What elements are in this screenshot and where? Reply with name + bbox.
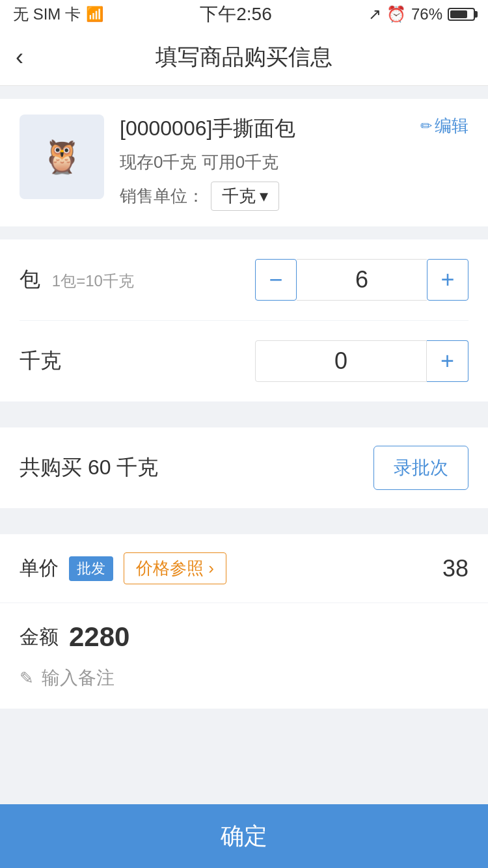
summary-section: 共购买 60 千克 录批次 [0,427,488,508]
chevron-down-icon: ▾ [260,186,268,206]
page-title: 填写商品购买信息 [156,42,332,72]
nav-bar: ‹ 填写商品购买信息 [0,29,488,86]
unit-label: 销售单位： [120,185,204,208]
amount-label: 金额 [20,624,59,651]
alarm-icon: ⏰ [386,5,406,23]
unit-value: 千克 [222,185,256,208]
location-icon: ↗ [368,5,381,23]
summary-qty: 60 [88,455,111,479]
product-image: 🦉 [20,115,104,199]
confirm-button[interactable]: 确定 [0,804,488,868]
section-divider-2 [0,401,488,414]
product-name: [0000006]手撕面包 [120,115,468,143]
remark-label: 输入备注 [42,666,115,690]
price-tag: 批发 [69,556,113,581]
bao-qty-control: − + [255,259,468,301]
status-right: ↗ ⏰ 76% [368,5,475,23]
product-info: [0000006]手撕面包 现存0千克 可用0千克 销售单位： 千克 ▾ [120,115,468,211]
kg-qty-input[interactable] [255,340,427,382]
product-stock: 现存0千克 可用0千克 [120,151,468,174]
price-value: 38 [442,555,468,582]
product-unit-row: 销售单位： 千克 ▾ [120,182,468,211]
summary-prefix: 共购买 [20,455,82,479]
amount-value: 2280 [69,621,129,653]
kg-label: 千克 [20,347,61,375]
status-left: 无 SIM 卡 📶 [13,4,103,25]
summary-unit: 千克 [116,455,158,479]
edit-icon: ✏ [420,118,432,135]
wifi-icon: 📶 [86,6,103,23]
bao-minus-button[interactable]: − [255,259,297,301]
bao-hint: 1包=10千克 [52,272,134,290]
summary-text: 共购买 60 千克 [20,454,158,482]
carrier-text: 无 SIM 卡 [13,4,81,25]
back-button[interactable]: ‹ [16,44,23,71]
section-divider-1 [0,226,488,239]
bao-input-row: 包 1包=10千克 − + [20,239,468,321]
bao-label: 包 [20,267,40,291]
edit-button[interactable]: ✏ 编辑 [420,115,468,137]
kg-input-row: 千克 + [20,321,468,401]
unit-selector[interactable]: 千克 ▾ [211,182,279,211]
price-ref-button[interactable]: 价格参照 › [124,552,226,584]
product-card: 🦉 [0000006]手撕面包 现存0千克 可用0千克 销售单位： 千克 ▾ ✏… [0,99,488,226]
kg-qty-control: + [255,340,468,382]
batch-button[interactable]: 录批次 [373,446,468,490]
bao-qty-input[interactable] [297,259,427,301]
battery-bar [448,8,475,21]
status-bar: 无 SIM 卡 📶 下午2:56 ↗ ⏰ 76% [0,0,488,29]
amount-section: 金额 2280 ✎ 输入备注 [0,603,488,709]
kg-plus-button[interactable]: + [427,340,468,382]
product-logo-icon: 🦉 [42,138,82,176]
pencil-icon: ✎ [20,668,34,688]
battery-fill [450,10,467,18]
price-label: 单价 [20,555,59,582]
price-section: 单价 批发 价格参照 › 38 [0,534,488,603]
status-time: 下午2:56 [200,2,272,27]
amount-row: 金额 2280 [20,621,468,653]
remark-row[interactable]: ✎ 输入备注 [20,666,468,690]
section-divider-3 [0,508,488,521]
battery-percent: 76% [411,5,442,23]
input-section: 包 1包=10千克 − + 千克 + [0,239,488,401]
edit-label: 编辑 [435,115,468,137]
bao-label-group: 包 1包=10千克 [20,265,134,294]
bao-plus-button[interactable]: + [427,259,468,301]
